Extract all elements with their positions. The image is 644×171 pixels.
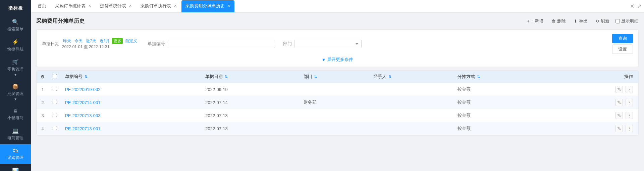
shortcut-7days[interactable]: 近7天 xyxy=(85,38,97,44)
expand-row: ▼ 展开更多条件 xyxy=(42,57,633,63)
row-doc-date: 2022-07-13 xyxy=(201,109,300,122)
shortcut-yesterday[interactable]: 昨天 xyxy=(62,38,72,44)
search-buttons: 查询 设置 xyxy=(612,34,633,54)
doc-no-link[interactable]: PE-20220713-001 xyxy=(65,126,101,131)
tab-close-purchase-order-summary[interactable]: ✕ xyxy=(88,4,91,8)
export-button[interactable]: ⬇ 导出 xyxy=(572,17,590,25)
row-more-icon[interactable]: ⋮ xyxy=(626,86,633,93)
monitor-icon: 🖥 xyxy=(13,108,18,114)
export-icon: ⬇ xyxy=(574,19,578,24)
doc-no-link[interactable]: PE-20220919-002 xyxy=(65,87,101,92)
tab-bar: 首页 采购订单统计表 ✕ 进货单统计表 ✕ 采购订单执行表 ✕ 采购费用分摊单历… xyxy=(31,0,644,13)
select-all-checkbox[interactable] xyxy=(53,74,57,78)
sort-handler-icon[interactable]: ⇅ xyxy=(388,75,391,79)
tab-purchase-order-exec[interactable]: 采购订单执行表 ✕ xyxy=(137,0,181,12)
sidebar-item-label: 搜索菜单 xyxy=(7,26,23,32)
row-handler xyxy=(369,83,453,96)
date-label: 单据日期 xyxy=(42,41,59,47)
shortcut-today[interactable]: 今天 xyxy=(73,38,84,44)
tab-actions: ✕ ⤢ xyxy=(630,3,641,9)
row-split-method: 按金额 xyxy=(453,83,552,96)
row-more-icon[interactable]: ⋮ xyxy=(626,125,633,132)
row-actions: ✎ ⋮ xyxy=(552,122,638,135)
display-columns-toggle[interactable]: 显示明细 xyxy=(615,18,639,24)
refresh-button[interactable]: ↻ 刷新 xyxy=(594,17,611,25)
row-actions: ✎ ⋮ xyxy=(552,109,638,122)
sidebar-item-search[interactable]: 🔍 搜索菜单 xyxy=(0,15,31,35)
doc-no-link[interactable]: PE-20220714-001 xyxy=(65,100,101,105)
query-button[interactable]: 查询 xyxy=(612,34,633,43)
sidebar-logo: 指标板 xyxy=(8,3,23,15)
sidebar-item-label: 快捷导航 xyxy=(7,47,23,52)
chart-icon: 📊 xyxy=(12,167,19,171)
shortcut-custom[interactable]: 自定义 xyxy=(124,38,138,44)
tab-close-all-icon[interactable]: ✕ xyxy=(630,3,634,9)
doc-no-link[interactable]: PE-20220713-003 xyxy=(65,113,101,118)
row-checkbox[interactable] xyxy=(49,96,61,109)
table-row: 3 PE-20220713-003 2022-07-13 按金额 ✎ ⋮ xyxy=(37,109,638,122)
row-edit-icon[interactable]: ✎ xyxy=(615,86,623,93)
display-columns-checkbox[interactable] xyxy=(615,19,620,23)
col-handler: 经手人 ⇅ xyxy=(369,71,453,83)
row-edit-icon[interactable]: ✎ xyxy=(615,125,623,132)
dept-select[interactable]: 财务部 xyxy=(294,40,362,48)
tab-close-purchase-order-exec[interactable]: ✕ xyxy=(174,4,177,8)
main-content: 首页 采购订单统计表 ✕ 进货单统计表 ✕ 采购订单执行表 ✕ 采购费用分摊单历… xyxy=(31,0,644,171)
row-checkbox[interactable] xyxy=(49,109,61,122)
row-checkbox[interactable] xyxy=(49,122,61,135)
sidebar-item-inventory[interactable]: 📊 库存核算 xyxy=(0,164,31,171)
table-row: 1 PE-20220919-002 2022-09-19 按金额 ✎ ⋮ xyxy=(37,83,638,96)
shopping-icon: 🛍 xyxy=(13,148,18,154)
sidebar-item-wholesale[interactable]: 📦 批发管理 ▼ xyxy=(0,80,31,104)
row-more-icon[interactable]: ⋮ xyxy=(626,112,633,119)
sort-split-method-icon[interactable]: ⇅ xyxy=(477,75,480,79)
sidebar-item-purchase[interactable]: 🛍 采购管理 xyxy=(0,144,31,164)
row-split-method: 按金额 xyxy=(453,122,552,135)
tab-maximize-icon[interactable]: ⤢ xyxy=(637,3,641,9)
shortcut-more[interactable]: 更多 xyxy=(112,38,123,44)
row-checkbox[interactable] xyxy=(49,83,61,96)
add-icon: + xyxy=(527,19,530,24)
row-edit-icon[interactable]: ✎ xyxy=(615,112,623,119)
tab-close-purchase-cost-split[interactable]: ✕ xyxy=(227,4,230,8)
col-settings[interactable]: ⚙ xyxy=(37,71,49,83)
sidebar-item-ecom[interactable]: 💻 电商管理 xyxy=(0,124,31,144)
page-title: 采购费用分摊单历史 xyxy=(36,18,85,25)
tab-home[interactable]: 首页 xyxy=(34,0,50,12)
row-more-icon[interactable]: ⋮ xyxy=(626,99,633,106)
expand-button[interactable]: ▼ 展开更多条件 xyxy=(322,57,354,63)
sidebar-item-label: 小畅电商 xyxy=(7,115,23,121)
row-edit-icon[interactable]: ✎ xyxy=(615,99,623,106)
tab-purchase-cost-split[interactable]: 采购费用分摊单历史 ✕ xyxy=(181,0,234,12)
box-icon: 📦 xyxy=(12,83,19,90)
col-dept: 部门 ⇅ xyxy=(300,71,370,83)
row-doc-date: 2022-07-13 xyxy=(201,122,300,135)
col-doc-date: 单据日期 ⇅ xyxy=(201,71,300,83)
sort-doc-no-icon[interactable]: ⇅ xyxy=(85,75,88,79)
add-button[interactable]: + + 新增 xyxy=(525,17,545,25)
shortcut-1month[interactable]: 近1月 xyxy=(99,38,111,44)
delete-button[interactable]: 🗑 删除 xyxy=(549,17,568,25)
date-shortcuts: 昨天 今天 近7天 近1月 更多 自定义 2022-01-01 至 2022-1… xyxy=(62,38,140,50)
tab-close-import-summary[interactable]: ✕ xyxy=(129,4,132,8)
tab-purchase-order-summary[interactable]: 采购订单统计表 ✕ xyxy=(51,0,95,12)
sidebar-item-mini-ecom[interactable]: 🖥 小畅电商 xyxy=(0,104,31,124)
date-shortcut-group: 昨天 今天 近7天 近1月 更多 自定义 xyxy=(62,38,138,44)
sort-doc-date-icon[interactable]: ⇅ xyxy=(225,75,228,79)
doc-no-input[interactable] xyxy=(168,40,275,48)
page-content: 采购费用分摊单历史 + + 新增 🗑 删除 ⬇ 导出 ↻ 刷新 xyxy=(31,13,644,171)
lightning-icon: ⚡ xyxy=(12,39,19,45)
row-dept: 财务部 xyxy=(300,96,370,109)
date-range-display: 2022-01-01 至 2022-12-31 xyxy=(62,44,140,50)
tab-import-summary[interactable]: 进货单统计表 ✕ xyxy=(96,0,136,12)
sort-dept-icon[interactable]: ⇅ xyxy=(314,75,317,79)
sidebar-item-retail[interactable]: 🛒 零售管理 ▼ xyxy=(0,56,31,80)
setting-button[interactable]: 设置 xyxy=(612,45,633,54)
row-handler xyxy=(369,122,453,135)
row-actions: ✎ ⋮ xyxy=(552,83,638,96)
row-split-method: 按金额 xyxy=(453,109,552,122)
delete-icon: 🗑 xyxy=(551,19,556,24)
search-form: 单据日期 昨天 今天 近7天 近1月 更多 自定义 2022-01-01 至 2… xyxy=(36,29,639,67)
row-split-method: 按金额 xyxy=(453,96,552,109)
sidebar-item-quick-nav[interactable]: ⚡ 快捷导航 xyxy=(0,35,31,56)
